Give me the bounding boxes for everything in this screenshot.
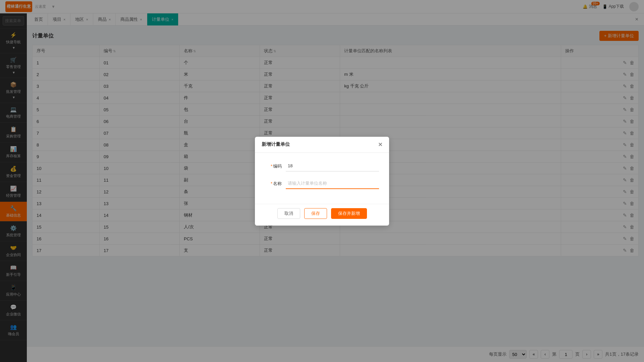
dialog-close-icon[interactable]: ✕ — [378, 141, 382, 148]
dialog-header: 新增计量单位 ✕ — [255, 137, 389, 153]
form-row-code: *编码 — [265, 161, 379, 172]
dialog-body: *编码 *名称 — [255, 153, 389, 204]
code-input[interactable] — [286, 161, 379, 172]
dialog-overlay[interactable]: 新增计量单位 ✕ *编码 *名称 取消 保存 保存并新增 — [0, 0, 644, 362]
save-new-button[interactable]: 保存并新增 — [331, 208, 367, 219]
code-label: *编码 — [265, 163, 282, 169]
dialog-footer: 取消 保存 保存并新增 — [255, 204, 389, 226]
save-button[interactable]: 保存 — [304, 208, 327, 219]
name-input[interactable] — [286, 178, 379, 189]
form-row-name: *名称 — [265, 178, 379, 189]
cancel-button[interactable]: 取消 — [277, 208, 300, 219]
add-unit-dialog: 新增计量单位 ✕ *编码 *名称 取消 保存 保存并新增 — [255, 137, 389, 226]
name-label: *名称 — [265, 181, 282, 187]
dialog-title: 新增计量单位 — [262, 141, 290, 147]
